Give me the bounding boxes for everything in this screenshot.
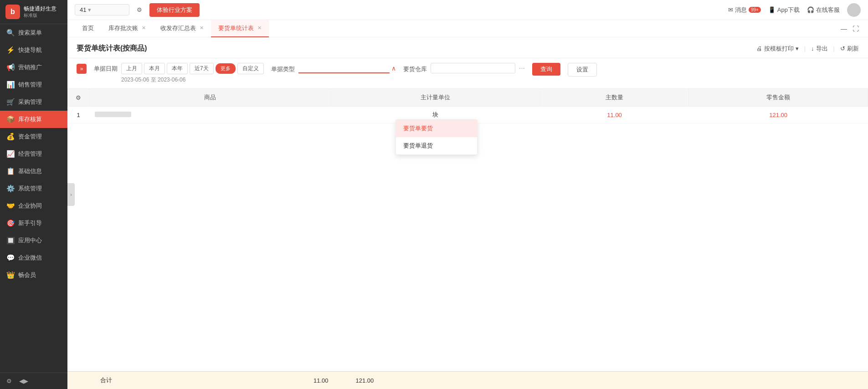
app-logo-icon: b xyxy=(5,5,20,19)
tab-order-stats-close[interactable]: ✕ xyxy=(257,25,262,31)
filter-warehouse-group: 要货仓库 ··· xyxy=(403,63,525,73)
tab-home-label: 首页 xyxy=(82,24,94,32)
footer-quantity: 11.00 xyxy=(300,377,342,384)
sidebar-item-搜索菜单[interactable]: 🔍搜索菜单 xyxy=(0,24,67,41)
tab-inventory-batch[interactable]: 库存批次账 ✕ xyxy=(101,20,153,37)
sidebar-item-基础信息[interactable]: 📋基础信息 xyxy=(0,163,67,180)
service-icon: 🎧 xyxy=(807,6,814,13)
tab-minimize-btn[interactable]: — xyxy=(839,23,849,34)
tab-home[interactable]: 首页 xyxy=(75,20,101,37)
sidebar-item-经营管理[interactable]: 📈经营管理 xyxy=(0,145,67,163)
filter-date-group: 单据日期 上月 本月 本年 近7天 更多 自定义 2023-05-06 至 20… xyxy=(94,63,264,84)
download-icon: 📱 xyxy=(768,6,776,13)
topbar-gear-btn[interactable]: ⚙ xyxy=(133,4,146,16)
nav-icon: ⚡ xyxy=(6,46,15,54)
date-btn-more[interactable]: 更多 xyxy=(216,63,236,74)
row-product xyxy=(89,107,331,123)
nav-icon: 🎯 xyxy=(6,219,15,227)
sidebar-item-销售管理[interactable]: 📊销售管理 xyxy=(0,76,67,93)
nav-label: 畅会员 xyxy=(18,271,36,279)
filter-type-group: 单据类型 ∧ xyxy=(271,63,396,73)
sidebar-logo: b 畅捷通好生意 标准版 xyxy=(0,0,67,24)
filter-warehouse-input[interactable] xyxy=(431,63,515,73)
sidebar-item-营销推广[interactable]: 📢营销推广 xyxy=(0,59,67,76)
nav-icon: 🔲 xyxy=(6,236,15,245)
dropdown-item-0[interactable]: 要货单要货 xyxy=(396,120,477,137)
print-icon: 🖨 xyxy=(756,45,762,52)
tab-receipt-summary-close[interactable]: ✕ xyxy=(200,25,204,31)
online-service-btn[interactable]: 🎧 在线客服 xyxy=(807,6,840,14)
topbar-left: 41 ▾ ⚙ 体验行业方案 xyxy=(75,3,723,17)
filter-settings-button[interactable]: 设置 xyxy=(568,63,597,77)
date-btn-this-year[interactable]: 本年 xyxy=(167,63,188,74)
user-avatar[interactable] xyxy=(847,3,861,17)
filter-bar: » 单据日期 上月 本月 本年 近7天 更多 自定义 2023-05-06 至 … xyxy=(67,58,868,89)
messages-btn[interactable]: ✉ 消息 99+ xyxy=(728,6,761,14)
print-btn[interactable]: 🖨 按模板打印 ▾ xyxy=(756,45,799,53)
store-selector[interactable]: 41 ▾ xyxy=(75,4,129,15)
col-settings-icon: ⚙ xyxy=(76,94,81,101)
type-dropdown: 要货单要货 要货单退货 xyxy=(395,119,478,155)
filter-more-dots-icon[interactable]: ··· xyxy=(519,64,525,72)
sidebar-item-企业微信[interactable]: 💬企业微信 xyxy=(0,249,67,266)
nav-label: 企业协同 xyxy=(18,202,42,210)
nav-icon: 🛒 xyxy=(6,98,15,106)
sidebar-item-企业协同[interactable]: 🤝企业协同 xyxy=(0,197,67,215)
nav-icon: 📦 xyxy=(6,115,15,123)
footer-amount: 121.00 xyxy=(342,377,388,384)
settings-icon[interactable]: ⚙ xyxy=(6,378,12,384)
date-btn-7days[interactable]: 近7天 xyxy=(190,63,214,74)
print-chevron-icon: ▾ xyxy=(796,45,799,52)
nav-label: 销售管理 xyxy=(18,81,42,89)
tabs-bar: 首页 库存批次账 ✕ 收发存汇总表 ✕ 要货单统计表 ✕ — ⛶ xyxy=(67,20,868,37)
page-actions: 🖨 按模板打印 ▾ | ↓ 导出 | ↺ 刷新 xyxy=(756,45,859,53)
date-btn-last-month[interactable]: 上月 xyxy=(121,63,142,74)
filter-type-label: 单据类型 xyxy=(271,63,295,73)
topbar-right: ✉ 消息 99+ 📱 App下载 🎧 在线客服 xyxy=(728,3,861,17)
date-btn-custom[interactable]: 自定义 xyxy=(237,63,264,74)
sidebar-toggle-btn[interactable]: › xyxy=(67,183,75,206)
sidebar-item-系统管理[interactable]: ⚙️系统管理 xyxy=(0,180,67,197)
export-btn[interactable]: ↓ 导出 xyxy=(811,45,828,53)
app-download-btn[interactable]: 📱 App下载 xyxy=(768,6,800,14)
sidebar-item-快捷导航[interactable]: ⚡快捷导航 xyxy=(0,41,67,59)
filter-type-input-wrap: ∧ xyxy=(298,63,396,73)
nav-label: 快捷导航 xyxy=(18,46,42,54)
tab-receipt-summary[interactable]: 收发存汇总表 ✕ xyxy=(153,20,211,37)
sidebar-item-畅会员[interactable]: 👑畅会员 xyxy=(0,266,67,284)
date-btn-this-month[interactable]: 本月 xyxy=(144,63,165,74)
sidebar-item-采购管理[interactable]: 🛒采购管理 xyxy=(0,93,67,111)
filter-warehouse-label: 要货仓库 xyxy=(403,63,427,73)
filter-type-input[interactable] xyxy=(298,63,390,73)
filter-type-arrow-icon[interactable]: ∧ xyxy=(391,65,396,72)
tab-inventory-batch-close[interactable]: ✕ xyxy=(142,25,146,31)
tab-maximize-btn[interactable]: ⛶ xyxy=(851,23,861,34)
nav-label: 新手引导 xyxy=(18,219,42,227)
refresh-btn[interactable]: ↺ 刷新 xyxy=(840,45,859,53)
dropdown-item-1[interactable]: 要货单退货 xyxy=(396,137,477,154)
topbar: 41 ▾ ⚙ 体验行业方案 ✉ 消息 99+ 📱 App下载 🎧 在线客服 xyxy=(67,0,868,20)
tab-order-stats[interactable]: 要货单统计表 ✕ xyxy=(211,20,269,37)
row-quantity: 11.00 xyxy=(540,107,688,123)
nav-label: 应用中心 xyxy=(18,236,42,245)
nav-icon: ⚙️ xyxy=(6,184,15,193)
app-badge: 标准版 xyxy=(24,12,56,19)
footer-label: 合计 xyxy=(95,376,118,384)
sidebar-item-新手引导[interactable]: 🎯新手引导 xyxy=(0,215,67,232)
sidebar-item-应用中心[interactable]: 🔲应用中心 xyxy=(0,232,67,249)
col-settings[interactable]: ⚙ xyxy=(67,89,89,107)
sidebar-item-库存核算[interactable]: 📦库存核算 xyxy=(0,111,67,128)
filter-expand-btn[interactable]: » xyxy=(77,64,87,74)
date-range-display: 2023-05-06 至 2023-06-06 xyxy=(121,76,264,84)
nav-icon: 💰 xyxy=(6,133,15,141)
nav-label: 企业微信 xyxy=(18,254,42,262)
col-amount: 零售金额 xyxy=(689,89,868,107)
page-title: 要货单统计表(按商品) xyxy=(77,44,147,53)
query-button[interactable]: 查询 xyxy=(532,63,560,76)
col-product: 商品 xyxy=(89,89,331,107)
promo-button[interactable]: 体验行业方案 xyxy=(149,3,200,17)
sidebar-item-资金管理[interactable]: 💰资金管理 xyxy=(0,128,67,145)
sidebar-collapse-btn[interactable]: ◀▶ xyxy=(19,378,28,384)
sidebar: b 畅捷通好生意 标准版 🔍搜索菜单⚡快捷导航📢营销推广📊销售管理🛒采购管理📦库… xyxy=(0,0,67,389)
nav-icon: 🔍 xyxy=(6,29,15,37)
